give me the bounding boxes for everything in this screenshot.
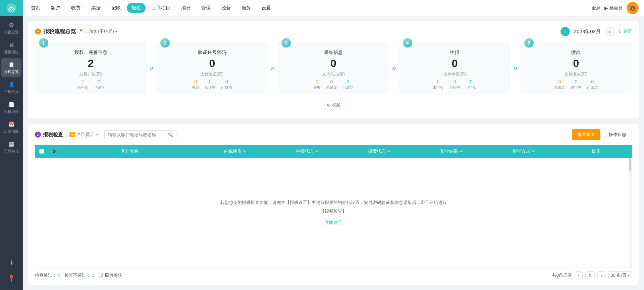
chevron-down-icon: ▾	[115, 30, 117, 33]
refresh-btn[interactable]: ↻ 刷新	[618, 28, 632, 34]
step-3-num: 3	[281, 38, 291, 48]
step-5-num: 5	[524, 38, 534, 48]
stat-verified: 0 已成功	[221, 79, 232, 90]
nav-service[interactable]: 服务	[237, 3, 256, 13]
logo[interactable]	[0, 0, 23, 16]
check-header: ⊙ 报税检查 员 全部员工 ▾ 🔍 批量检查 操作日志	[35, 129, 632, 140]
tax-records-icon: 📄	[8, 101, 15, 108]
card-header-right: ‹ 2023年02月 › ↻ 刷新	[560, 27, 632, 36]
pass-count-link[interactable]: 0	[58, 273, 60, 278]
section-title: ⊙ 报税检查	[35, 132, 63, 138]
step-4-title: 申报	[450, 50, 460, 56]
nav-fees[interactable]: 收费	[66, 3, 85, 13]
top-navigation: 首页 客户 收费 票据 记账 报税 工商项目 消息 管理 经营 服务 设置 ⛶ …	[0, 0, 644, 16]
prev-page-btn[interactable]: ‹	[575, 271, 583, 279]
nav-home[interactable]: 首页	[26, 3, 45, 13]
step-verify[interactable]: 2 验证账号密码 0 支持验证(家) 0 失败 0 验证中	[156, 42, 268, 94]
sidebar-item-batch-tax[interactable]: 🖥 批量报税	[1, 39, 21, 57]
th-check-method[interactable]: 检查方式 ▼	[488, 145, 560, 158]
vip-btn[interactable]: ▶ 畅会员	[604, 5, 623, 11]
th-tax-nature[interactable]: 纳税性质 ▼	[199, 145, 271, 158]
location-icon-small: 📍	[78, 29, 84, 34]
th-declare-status[interactable]: 申报状态 ▼	[271, 145, 343, 158]
setup-link[interactable]: 立即设置	[325, 220, 342, 225]
sidebar-item-settlement[interactable]: 📅 汇算清缴	[1, 118, 21, 136]
per-page-select[interactable]: 30 条/页 ▾	[608, 271, 632, 279]
note-icon: 📝	[98, 273, 104, 278]
nav-manage[interactable]: 管理	[197, 3, 215, 13]
nav-operation[interactable]: 经营	[217, 3, 235, 13]
sidebar-location-btn[interactable]: 📍	[1, 272, 21, 285]
avatar[interactable]: 🐻	[627, 2, 639, 14]
prev-month-btn[interactable]: ‹	[560, 27, 570, 36]
process-title: 报税流程总览	[44, 28, 76, 35]
nav-bookkeeping[interactable]: 记账	[107, 3, 125, 13]
sidebar-item-annual-report[interactable]: 🏢 工商年报	[1, 138, 21, 156]
scrollbar[interactable]	[629, 158, 632, 268]
batch-check-button[interactable]: 批量检查	[572, 129, 600, 140]
stat-failed: 0 失败	[192, 79, 199, 90]
search-input[interactable]	[105, 131, 165, 139]
dropdown-arrow-icon: ▾	[96, 133, 98, 137]
sidebar-item-tax-settings[interactable]: ⚙ 报税设置	[1, 19, 21, 37]
step-1-subtitle: 总客户数(家)	[79, 71, 102, 77]
tax-check-section: ⊙ 报税检查 员 全部员工 ▾ 🔍 批量检查 操作日志	[28, 124, 639, 285]
th-checkbox[interactable]	[35, 146, 48, 157]
th-settings[interactable]: ⚙	[48, 146, 60, 157]
card-header: + 报税流程总览 📍 上海(电子税局) ▾ ‹ 2023年02月 › ↻ 刷新	[35, 27, 632, 36]
stat-collected: 0 已成功	[342, 79, 354, 90]
tax-settings-icon: ⚙	[8, 21, 15, 29]
step-declare[interactable]: 4 申报 0 支持申报(家) 0 未申报 0 进行中	[399, 42, 511, 94]
batch-tax-icon: 🖥	[8, 41, 15, 49]
check-table: ⚙ 客户名称 纳税性质 ▼ 申报状态 ▼ 缴费状态 ▼	[35, 145, 632, 279]
next-page-btn[interactable]: ›	[597, 271, 605, 279]
process-overview-card: + 报税流程总览 📍 上海(电子税局) ▾ ‹ 2023年02月 › ↻ 刷新	[28, 21, 639, 118]
nav-business[interactable]: 工商项目	[147, 3, 175, 13]
filter-icon-2: ▼	[315, 149, 319, 153]
tax-overview-icon: 📋	[8, 61, 15, 68]
nav-messages[interactable]: 消息	[176, 3, 195, 13]
header-checkbox[interactable]	[39, 149, 44, 154]
th-check-result[interactable]: 检查结果 ▼	[416, 145, 488, 158]
step-authorize[interactable]: 1 授权、完善信息 2 总客户数(家) 2 未完善 0 已完善	[35, 42, 147, 94]
stat-collect-failed: 0 失败	[313, 79, 321, 90]
sidebar-item-tax-records[interactable]: 📄 报税记录	[1, 98, 21, 117]
step-5-count: 0	[573, 58, 579, 69]
table-footer: 检查通过： 0 检查不通过： 0 📝 囧有备注 共0条记录 ‹	[35, 268, 632, 279]
location-badge[interactable]: 📍 上海(电子税局) ▾	[78, 28, 117, 34]
step-pay[interactable]: 5 缴款 0 支持缴款(家) 0 未缴款 0 进行中	[520, 42, 632, 94]
nav-settings[interactable]: 设置	[257, 3, 276, 13]
nav-tax[interactable]: 报税	[127, 3, 146, 13]
add-icon: +	[35, 28, 41, 34]
step-2-count: 0	[209, 58, 215, 69]
collapse-btn[interactable]: ∧ 收起	[321, 100, 346, 110]
personal-tax-icon: 👤	[8, 81, 15, 88]
pagination: 共0条记录 ‹ › 30 条/页 ▾	[552, 271, 632, 279]
main-layout: ⚙ 报税设置 🖥 批量报税 📋 报税总览 👤 个税申报 📄 报税记录 📅 汇算清…	[0, 16, 644, 290]
footer-note: 📝 囧有备注	[98, 272, 122, 278]
nav-invoice[interactable]: 票据	[87, 3, 105, 13]
step-4-subtitle: 支持申报(家)	[443, 71, 466, 77]
next-month-btn[interactable]: ›	[605, 27, 614, 36]
op-log-button[interactable]: 操作日志	[603, 129, 632, 140]
fail-count-link[interactable]: 0	[92, 273, 94, 278]
step-5-title: 缴款	[571, 50, 581, 56]
arrow-3: »	[389, 42, 399, 94]
sidebar-download-btn[interactable]: ⬇	[1, 257, 21, 269]
search-button[interactable]: 🔍	[165, 131, 176, 139]
sidebar-item-personal-tax[interactable]: 👤 个税申报	[1, 78, 21, 97]
nav-items: 首页 客户 收费 票据 记账 报税 工商项目 消息 管理 经营 服务 设置	[23, 3, 586, 13]
fullscreen-btn[interactable]: ⛶ 全屏	[586, 5, 600, 11]
scrollbar-thumb[interactable]	[629, 158, 631, 171]
step-collect[interactable]: 3 采集信息 0 支持采集(家) 0 失败 0 未采集	[277, 42, 389, 94]
page-number-input[interactable]	[585, 271, 595, 279]
nav-customer[interactable]: 客户	[46, 3, 65, 13]
search-box: 🔍	[104, 130, 176, 139]
search-icon: 🔍	[168, 132, 173, 137]
steps-row: 1 授权、完善信息 2 总客户数(家) 2 未完善 0 已完善	[35, 42, 632, 94]
sidebar-item-tax-overview[interactable]: 📋 报税总览	[1, 58, 21, 77]
th-payment-status[interactable]: 缴费状态 ▼	[343, 145, 416, 158]
svg-point-0	[7, 3, 16, 13]
content-area: + 报税流程总览 📍 上海(电子税局) ▾ ‹ 2023年02月 › ↻ 刷新	[23, 16, 644, 290]
employee-select[interactable]: 员 全部员工 ▾	[66, 130, 101, 139]
